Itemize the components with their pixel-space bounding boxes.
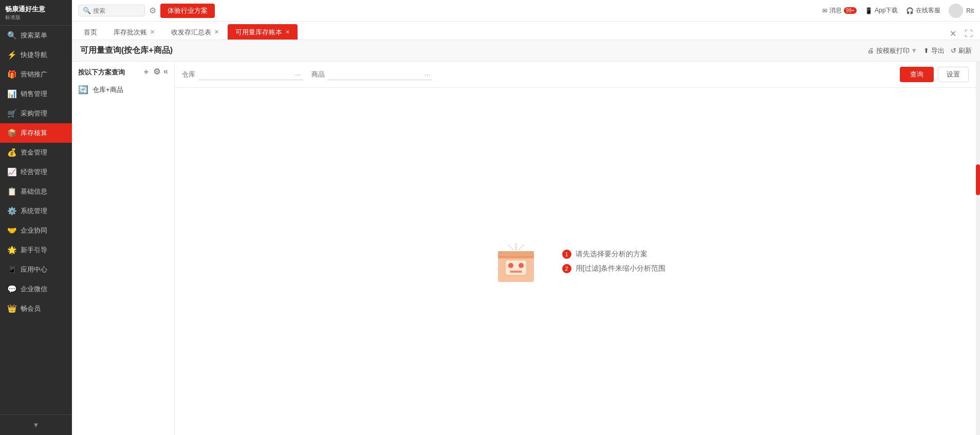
product-filter-input-wrapper[interactable]: ··· <box>328 69 433 80</box>
left-panel-title: 按以下方案查询 <box>78 68 125 77</box>
print-label: 按模板打印 <box>876 46 910 55</box>
sidebar-icon-8: 📋 <box>7 187 16 196</box>
page-header-actions: 🖨 按模板打印 ▼ ⬆ 导出 ↺ 刷新 <box>867 46 972 55</box>
sidebar-item-12[interactable]: 📱 应用中心 <box>0 260 72 279</box>
empty-state: 1 请先选择要分析的方案 2 用[过滤]条件来缩小分析范围 <box>175 88 976 435</box>
sidebar-item-13[interactable]: 💬 企业微信 <box>0 279 72 299</box>
scheme-item-warehouse-product[interactable]: 🔄 仓库+商品 <box>72 81 174 99</box>
filter-actions: 查询 设置 <box>900 67 969 82</box>
print-dropdown-arrow[interactable]: ▼ <box>911 47 917 54</box>
sidebar-label-13: 企业微信 <box>21 285 47 294</box>
user-area[interactable]: Rit <box>949 4 974 18</box>
tab-home-label: 首页 <box>84 28 97 37</box>
empty-tips: 1 请先选择要分析的方案 2 用[过滤]条件来缩小分析范围 <box>562 250 666 273</box>
app-subtitle: 标准版 <box>5 14 67 21</box>
empty-svg <box>485 231 547 292</box>
app-label: App下载 <box>875 6 898 15</box>
left-panel: 按以下方案查询 ＋ ⚙ « 🔄 仓库+商品 <box>72 62 175 435</box>
sidebar-item-1[interactable]: ⚡ 快捷导航 <box>0 45 72 65</box>
empty-tip-1: 1 请先选择要分析的方案 <box>562 250 666 259</box>
refresh-btn[interactable]: ↺ 刷新 <box>951 46 972 55</box>
sidebar-label-10: 企业协同 <box>21 226 47 235</box>
right-panel: 仓库 ··· 商品 ··· 查询 设置 <box>175 62 976 435</box>
sidebar-item-6[interactable]: 💰 资金管理 <box>0 143 72 162</box>
tab-receive-summary[interactable]: 收发存汇总表 ✕ <box>163 24 227 40</box>
industry-btn[interactable]: 体验行业方案 <box>160 4 215 18</box>
sidebar-icon-6: 💰 <box>7 148 16 157</box>
topbar: 🔍 ⚙ 体验行业方案 ✉ 消息 99+ 📱 App下载 🎧 在线客服 Rit <box>72 0 980 22</box>
tabs-actions: ✕ ⛶ <box>947 28 976 40</box>
sidebar-icon-5: 📦 <box>7 128 16 138</box>
search-input[interactable] <box>93 7 139 14</box>
sidebar-item-10[interactable]: 🤝 企业协同 <box>0 221 72 240</box>
message-btn[interactable]: ✉ 消息 99+ <box>822 6 857 15</box>
close-all-tabs-btn[interactable]: ✕ <box>947 28 959 40</box>
sidebar-item-7[interactable]: 📈 经营管理 <box>0 162 72 182</box>
sidebar-item-9[interactable]: ⚙️ 系统管理 <box>0 201 72 221</box>
sidebar-scroll-down[interactable]: ▼ <box>0 419 72 431</box>
sidebar-label-1: 快捷导航 <box>21 50 47 60</box>
svg-line-8 <box>508 245 513 250</box>
tab-available-qty-label: 可用量库存账本 <box>235 28 282 37</box>
collapse-panel-btn[interactable]: « <box>163 67 168 78</box>
product-filter-more[interactable]: ··· <box>424 70 431 79</box>
tab-inventory-batch-close[interactable]: ✕ <box>150 29 155 35</box>
tip-text-2: 用[过滤]条件来缩小分析范围 <box>576 264 666 273</box>
tab-receive-summary-close[interactable]: ✕ <box>214 29 219 35</box>
sidebar-label-5: 库存核算 <box>21 128 47 138</box>
sidebar-item-14[interactable]: 👑 畅会员 <box>0 299 72 318</box>
main-area: 🔍 ⚙ 体验行业方案 ✉ 消息 99+ 📱 App下载 🎧 在线客服 Rit <box>72 0 980 435</box>
sidebar-icon-2: 🎁 <box>7 70 16 79</box>
svg-rect-6 <box>510 271 522 273</box>
expand-tab-btn[interactable]: ⛶ <box>961 28 976 40</box>
sidebar-icon-7: 📈 <box>7 167 16 177</box>
sidebar-icon-1: ⚡ <box>7 50 16 60</box>
sidebar-label-3: 销售管理 <box>21 89 47 99</box>
manage-scheme-btn[interactable]: ⚙ <box>153 67 160 78</box>
sidebar-label-6: 资金管理 <box>21 148 47 157</box>
tab-home[interactable]: 首页 <box>76 24 105 40</box>
sidebar-item-11[interactable]: 🌟 新手引导 <box>0 240 72 260</box>
query-btn[interactable]: 查询 <box>900 67 934 82</box>
sidebar-scroll: 🔍 搜索菜单 ⚡ 快捷导航 🎁 营销推广 📊 销售管理 🛒 采购管理 📦 库存核… <box>0 26 72 414</box>
print-btn[interactable]: 🖨 按模板打印 <box>867 46 910 55</box>
tab-available-qty-close[interactable]: ✕ <box>285 29 290 35</box>
message-badge: 99+ <box>844 7 857 14</box>
page-header: 可用量查询(按仓库+商品) 🖨 按模板打印 ▼ ⬆ 导出 ↺ 刷新 <box>72 40 980 62</box>
sidebar-item-5[interactable]: 📦 库存核算 <box>0 123 72 143</box>
export-btn[interactable]: ⬆ 导出 <box>923 46 945 55</box>
warehouse-filter-input[interactable] <box>200 70 293 78</box>
topbar-search-box[interactable]: 🔍 <box>78 5 145 16</box>
product-filter-group: 商品 ··· <box>311 69 433 80</box>
app-download-btn[interactable]: 📱 App下载 <box>865 6 898 15</box>
tab-available-qty[interactable]: 可用量库存账本 ✕ <box>228 24 298 40</box>
sidebar-item-3[interactable]: 📊 销售管理 <box>0 84 72 104</box>
left-panel-actions: ＋ ⚙ « <box>142 67 168 78</box>
sidebar-label-14: 畅会员 <box>21 304 41 313</box>
avatar[interactable] <box>949 4 963 18</box>
product-filter-label: 商品 <box>311 70 325 79</box>
content-area: 按以下方案查询 ＋ ⚙ « 🔄 仓库+商品 仓库 ··· <box>72 62 980 435</box>
tab-inventory-batch[interactable]: 库存批次账 ✕ <box>106 24 162 40</box>
tab-receive-summary-label: 收发存汇总表 <box>171 28 211 37</box>
sidebar-item-4[interactable]: 🛒 采购管理 <box>0 104 72 123</box>
svg-rect-1 <box>498 251 534 258</box>
right-scrollbar[interactable] <box>976 62 980 435</box>
warehouse-filter-more[interactable]: ··· <box>295 70 301 79</box>
warehouse-filter-input-wrapper[interactable]: ··· <box>198 69 303 80</box>
refresh-icon: ↺ <box>951 47 956 54</box>
settings-btn[interactable]: 设置 <box>938 67 969 82</box>
svg-line-9 <box>519 245 524 250</box>
sidebar-icon-0: 🔍 <box>7 31 16 40</box>
sidebar-item-2[interactable]: 🎁 营销推广 <box>0 65 72 84</box>
scrollbar-thumb[interactable] <box>976 164 980 195</box>
add-scheme-btn[interactable]: ＋ <box>142 67 150 78</box>
gear-icon[interactable]: ⚙ <box>149 6 156 15</box>
sidebar-item-0[interactable]: 🔍 搜索菜单 <box>0 26 72 45</box>
online-service-btn[interactable]: 🎧 在线客服 <box>906 6 940 15</box>
product-filter-input[interactable] <box>330 70 422 78</box>
sidebar-item-8[interactable]: 📋 基础信息 <box>0 182 72 201</box>
sidebar-icon-10: 🤝 <box>7 226 16 235</box>
sidebar-bottom: ▼ <box>0 414 72 435</box>
username: Rit <box>966 7 974 14</box>
